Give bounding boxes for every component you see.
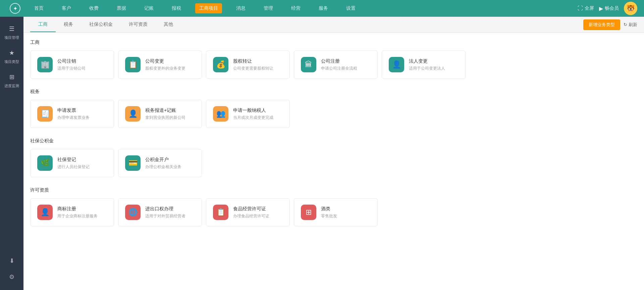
tabs-container: 工商税务社保公积金许可资质其他 [30,17,181,32]
nav-item-客户[interactable]: 客户 [58,3,75,13]
card-title: 公积金开户 [145,157,181,163]
tab-actions: 新增业务类型 ↻ 刷新 [583,19,637,30]
nav-item-报税[interactable]: 报税 [168,3,185,13]
top-navigation: ✦ 首页客户收费票据记账报税工商项目消息管理经营服务设置 ⛶ 全屏 ▶ 畅会员 … [0,0,644,17]
card-title: 酒类 [321,206,337,212]
card-desc: 办理公积金相关业务 [145,164,181,170]
tab-许可资质[interactable]: 许可资质 [121,17,156,32]
service-card-法人变更[interactable]: 👤 法人变更 适用于公司变更法人 [382,51,466,79]
card-desc: 办理食品经营许可证 [233,213,269,219]
nav-right: ⛶ 全屏 ▶ 畅会员 🐯 [578,2,637,15]
nav-item-消息[interactable]: 消息 [232,3,250,13]
mascot-avatar[interactable]: 🐯 [624,2,637,15]
card-text: 食品经营许可证 办理食品经营许可证 [233,206,269,219]
card-desc: 进行人员社保登记 [57,164,90,170]
logo[interactable]: ✦ [7,3,23,14]
card-icon: 🌐 [125,205,141,220]
card-icon: 💳 [125,155,141,171]
service-card-酒类[interactable]: ⊞ 酒类 零售批发 [294,198,378,226]
sidebar-bottom: ⬇⚙ [6,255,17,290]
service-card-社保登记[interactable]: 🌿 社保登记 进行人员社保登记 [30,149,114,177]
tab-其他[interactable]: 其他 [156,17,181,32]
section-许可资质: 许可资质 👤 商标注册 用于企业商标注册服务 🌐 进出口权办理 适用于对外贸易经… [30,187,637,226]
card-desc: 公司变更需要股权转让 [233,66,273,71]
add-type-button[interactable]: 新增业务类型 [583,19,620,30]
tab-税务[interactable]: 税务 [56,17,81,32]
card-title: 公司注册 [321,58,357,64]
card-title: 申请一般纳税人 [233,107,273,114]
card-text: 申请一般纳税人 当月或次月成变更完成 [233,107,273,121]
sidebar-item-项目类型[interactable]: ★项目类型 [0,44,23,68]
card-title: 公司变更 [145,58,185,64]
card-title: 申请发票 [57,107,90,114]
nav-item-经营[interactable]: 经营 [287,3,305,13]
service-card-公司变更[interactable]: 📋 公司变更 股权变更外的业务变更 [118,51,202,79]
vip-label: 畅会员 [605,5,619,11]
card-desc: 申请公司注册全流程 [321,66,357,71]
nav-item-管理[interactable]: 管理 [260,3,277,13]
card-icon: 📋 [213,205,228,220]
card-text: 公积金开户 办理公积金相关业务 [145,157,181,170]
section-税务: 税务 🧾 申请发票 办理申请发票业务 👤 税务报道+记账 拿到营业执照的新公司 … [30,89,637,128]
nav-item-工商项目[interactable]: 工商项目 [195,3,222,13]
cards-grid: 🌿 社保登记 进行人员社保登记 💳 公积金开户 办理公积金相关业务 [30,149,637,177]
card-icon: 🌿 [37,155,53,171]
card-title: 进出口权办理 [145,206,185,212]
service-card-税务报道+记账[interactable]: 👤 税务报道+记账 拿到营业执照的新公司 [118,100,202,128]
card-text: 公司注销 适用于注销公司 [57,58,86,71]
card-icon: 👥 [213,106,228,122]
refresh-label: 刷新 [629,22,637,28]
sidebar-bottom-download[interactable]: ⬇ [7,255,17,267]
card-desc: 适用于对外贸易经营者 [145,213,185,219]
service-card-股权转让[interactable]: 💰 股权转让 公司变更需要股权转让 [206,51,290,79]
sidebar-item-项目管理[interactable]: ☰项目管理 [0,20,23,44]
sidebar-bottom-settings[interactable]: ⚙ [6,271,17,283]
sidebar-item-进度监测[interactable]: ⊞进度监测 [0,68,23,92]
card-title: 商标注册 [57,206,98,212]
service-card-商标注册[interactable]: 👤 商标注册 用于企业商标注册服务 [30,198,114,226]
service-card-公司注销[interactable]: 🏢 公司注销 适用于注销公司 [30,51,114,79]
card-desc: 股权变更外的业务变更 [145,66,185,71]
vip-button[interactable]: ▶ 畅会员 [599,5,619,12]
fullscreen-button[interactable]: ⛶ 全屏 [578,5,594,11]
tab-社保公积金[interactable]: 社保公积金 [81,17,121,32]
section-工商: 工商 🏢 公司注销 适用于注销公司 📋 公司变更 股权变更外的业务变更 💰 股权… [30,40,637,79]
nav-items: 首页客户收费票据记账报税工商项目消息管理经营服务设置 [30,3,578,13]
service-card-申请发票[interactable]: 🧾 申请发票 办理申请发票业务 [30,100,114,128]
sidebar-label: 进度监测 [4,83,19,88]
nav-item-首页[interactable]: 首页 [30,3,48,13]
card-icon: 👤 [37,205,53,220]
section-title: 许可资质 [30,187,637,193]
card-text: 法人变更 适用于公司变更法人 [409,58,445,71]
service-card-公司注册[interactable]: 🏛 公司注册 申请公司注册全流程 [294,51,378,79]
tab-工商[interactable]: 工商 [30,17,56,32]
nav-item-服务[interactable]: 服务 [315,3,332,13]
service-card-食品经营许可证[interactable]: 📋 食品经营许可证 办理食品经营许可证 [206,198,290,226]
service-card-申请一般纳税人[interactable]: 👥 申请一般纳税人 当月或次月成变更完成 [206,100,290,128]
card-icon: 💰 [213,57,228,72]
card-text: 进出口权办理 适用于对外贸易经营者 [145,206,185,219]
refresh-button[interactable]: ↻ 刷新 [624,22,637,28]
card-text: 公司变更 股权变更外的业务变更 [145,58,185,71]
tab-bar: 工商税务社保公积金许可资质其他 新增业务类型 ↻ 刷新 [23,17,644,33]
sidebar: ☰项目管理★项目类型⊞进度监测⬇⚙ [0,17,23,290]
card-desc: 办理申请发票业务 [57,115,90,121]
service-card-进出口权办理[interactable]: 🌐 进出口权办理 适用于对外贸易经营者 [118,198,202,226]
card-title: 社保登记 [57,157,90,163]
nav-item-设置[interactable]: 设置 [342,3,360,13]
nav-item-票据[interactable]: 票据 [113,3,130,13]
content-scroll[interactable]: 工商 🏢 公司注销 适用于注销公司 📋 公司变更 股权变更外的业务变更 💰 股权… [23,33,644,290]
card-title: 食品经营许可证 [233,206,269,212]
card-desc: 零售批发 [321,213,337,219]
service-card-公积金开户[interactable]: 💳 公积金开户 办理公积金相关业务 [118,149,202,177]
nav-item-收费[interactable]: 收费 [85,3,103,13]
section-title: 社保公积金 [30,138,637,144]
card-icon: 👤 [125,106,141,122]
sidebar-icon: ☰ [7,24,16,33]
card-title: 公司注销 [57,58,86,64]
card-icon: 🧾 [37,106,53,122]
card-icon: 👤 [389,57,404,72]
nav-item-记账[interactable]: 记账 [140,3,158,13]
card-text: 商标注册 用于企业商标注册服务 [57,206,98,219]
card-desc: 拿到营业执照的新公司 [145,115,185,121]
